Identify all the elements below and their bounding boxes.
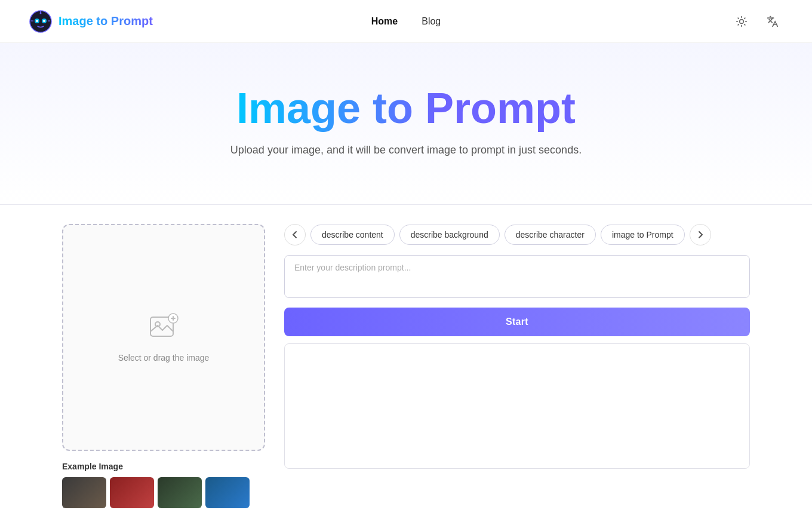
example-section: Example Image (62, 462, 265, 508)
svg-point-9 (740, 19, 744, 23)
upload-dropzone[interactable]: Select or drag the image (62, 224, 265, 451)
nav-home[interactable]: Home (371, 16, 398, 27)
tabs-prev-button[interactable] (284, 224, 306, 245)
translate-icon (767, 16, 779, 27)
tab-image-to-prompt[interactable]: image to Prompt (601, 225, 685, 245)
description-input[interactable] (284, 255, 750, 298)
tab-describe-background[interactable]: describe background (399, 225, 500, 245)
tabs-row: describe content describe background des… (284, 224, 750, 245)
main-nav: Home Blog (371, 16, 441, 27)
upload-label: Select or drag the image (118, 353, 210, 363)
theme-toggle-button[interactable] (731, 11, 752, 32)
chevron-left-icon (291, 231, 299, 239)
hero-title-text: Image to Prompt (236, 84, 576, 132)
tab-describe-character[interactable]: describe character (505, 225, 596, 245)
svg-line-16 (738, 24, 739, 24)
svg-point-4 (43, 20, 45, 22)
header-actions (731, 11, 783, 32)
svg-line-15 (745, 24, 745, 24)
svg-point-3 (36, 20, 38, 22)
example-image-2[interactable] (110, 477, 154, 508)
svg-point-6 (40, 12, 42, 14)
example-images (62, 477, 265, 508)
upload-panel: Select or drag the image Example Image (62, 224, 265, 508)
upload-icon (148, 312, 179, 346)
hero-title: Image to Prompt (12, 85, 800, 132)
chevron-right-icon (696, 231, 705, 239)
logo-text: Image to Prompt (59, 14, 153, 28)
start-button[interactable]: Start (284, 308, 750, 336)
result-area (284, 343, 750, 469)
example-image-4[interactable] (205, 477, 250, 508)
right-panel: describe content describe background des… (284, 224, 750, 469)
nav-blog[interactable]: Blog (422, 16, 441, 27)
hero-subtitle: Upload your image, and it will be conver… (227, 144, 585, 156)
svg-line-14 (738, 18, 739, 19)
main-content: Select or drag the image Example Image d… (0, 205, 812, 513)
header: Image to Prompt Home Blog (0, 0, 812, 43)
svg-line-17 (745, 18, 745, 19)
sun-icon (736, 16, 748, 27)
logo-area: Image to Prompt (29, 10, 153, 33)
tabs-next-button[interactable] (690, 224, 711, 245)
example-image-1[interactable] (62, 477, 106, 508)
example-label: Example Image (62, 462, 265, 471)
example-image-3[interactable] (158, 477, 202, 508)
translate-button[interactable] (762, 11, 783, 32)
tab-describe-content[interactable]: describe content (310, 225, 395, 245)
hero-section: Image to Prompt Upload your image, and i… (0, 43, 812, 205)
logo-icon (29, 10, 53, 33)
